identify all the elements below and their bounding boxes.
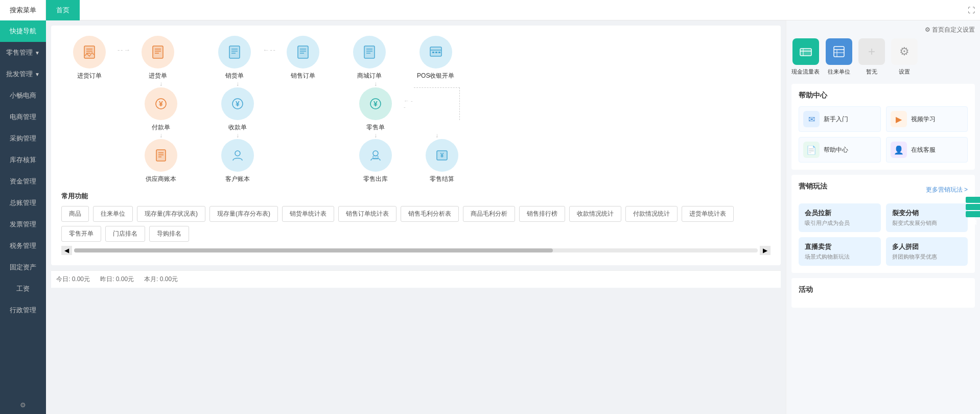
func-btn-payment-stat[interactable]: 付款情况统计 [625, 206, 678, 222]
node-supplier-account[interactable] [145, 139, 177, 172]
svg-rect-52 [834, 47, 844, 57]
quick-icon-partner[interactable]: 往来单位 [826, 38, 852, 76]
common-functions-title: 常用功能 [61, 192, 771, 201]
marketing-item-group[interactable]: 多人拼团 拼团购物享受优惠 [886, 237, 968, 266]
sidebar-item-ecom-small[interactable]: 小畅电商 [0, 85, 46, 106]
node-purchase-bill[interactable] [142, 36, 174, 68]
sidebar-item-quick-nav[interactable]: 快捷导航 [0, 20, 46, 42]
func-btn-stock-status[interactable]: 现存量(库存状况表) [137, 206, 205, 222]
beginner-icon: ✉ [803, 111, 820, 127]
quick-icon-empty[interactable]: + 暂无 [858, 38, 885, 76]
svg-rect-48 [800, 49, 811, 56]
side-btn-service[interactable]: 客服热线 [966, 197, 980, 203]
empty-icon-box: + [858, 38, 885, 65]
sidebar-item-retail[interactable]: 零售管理 ▼ [0, 42, 46, 63]
func-btn-sale-profit[interactable]: 销售毛利分析表 [401, 206, 459, 222]
homepage-settings[interactable]: ⚙ 首页自定义设置 [791, 26, 975, 34]
homepage-settings-label: 首页自定义设置 [932, 26, 975, 33]
help-item-service[interactable]: 👤 在线客服 [886, 137, 968, 163]
func-btn-receipt-stat[interactable]: 收款情况统计 [569, 206, 621, 222]
help-item-video[interactable]: ▶ 视频学习 [886, 106, 968, 132]
node-sale-order-label: 销售订单 [291, 72, 315, 80]
node-retail-settle-label: 零售结算 [430, 175, 454, 183]
sidebar-item-ecom[interactable]: 电商管理 [0, 106, 46, 128]
node-pos-label: POS收银开单 [417, 72, 454, 80]
expand-button[interactable]: ⛶ [968, 6, 975, 14]
marketing-item-fission[interactable]: 裂变分销 裂变式发展分销商 [886, 203, 968, 232]
node-retail-bill[interactable]: ¥ [359, 87, 392, 120]
scroll-right-btn[interactable]: ▶ [760, 246, 771, 255]
node-sale-bill[interactable] [218, 36, 251, 68]
sidebar-item-tax[interactable]: 税务管理 [0, 235, 46, 257]
side-btn-desktop[interactable]: 桌面快捷 [966, 211, 980, 217]
node-retail-settle[interactable]: ¥ [426, 139, 458, 172]
func-btn-sale-stat[interactable]: 销货单统计表 [282, 206, 334, 222]
svg-point-42 [235, 151, 240, 156]
sidebar-item-salary[interactable]: 工资 [0, 278, 46, 300]
marketing-title: 营销玩法 [799, 182, 827, 191]
sidebar-item-finance[interactable]: 资金管理 [0, 171, 46, 192]
scroll-track[interactable] [74, 248, 758, 252]
node-payment-label: 付款单 [152, 123, 170, 132]
node-purchase-order-label: 进货订单 [77, 72, 102, 80]
func-btn-stock-dist[interactable]: 现存量(库存分布表) [209, 206, 278, 222]
node-purchase-order[interactable] [73, 36, 106, 68]
node-supplier-account-label: 供应商账本 [146, 175, 176, 183]
sidebar-item-wholesale[interactable]: 批发管理 ▼ [0, 63, 46, 85]
activities-title: 活动 [799, 285, 968, 294]
svg-rect-15 [298, 46, 308, 58]
node-mall-order-label: 商城订单 [357, 72, 382, 80]
marketing-item-live[interactable]: 直播卖货 场景式购物新玩法 [799, 237, 881, 266]
side-btn-community[interactable]: 服务社区 [966, 204, 980, 210]
help-center-title: 帮助中心 [799, 91, 968, 100]
sidebar-item-inventory[interactable]: 库存核算 [0, 149, 46, 171]
service-label: 在线客服 [911, 146, 936, 154]
sidebar: 快捷导航 零售管理 ▼ 批发管理 ▼ 小畅电商 电商管理 采购管理 库存核算 资… [0, 20, 46, 414]
func-btn-sale-order-stat[interactable]: 销售订单统计表 [338, 206, 396, 222]
node-retail-out[interactable] [359, 139, 392, 172]
node-payment[interactable]: ¥ [145, 87, 177, 120]
node-purchase-bill-label: 进货单 [149, 72, 167, 80]
settings-icon-box: ⚙ [891, 38, 918, 65]
sidebar-item-general-ledger[interactable]: 总账管理 [0, 192, 46, 214]
svg-rect-5 [153, 46, 163, 58]
func-btn-purchase-stat[interactable]: 进货单统计表 [682, 206, 734, 222]
func-btn-retail-order[interactable]: 零售开单 [61, 226, 101, 242]
func-btn-store-rank[interactable]: 门店排名 [105, 226, 145, 242]
homepage-settings-icon: ⚙ [925, 26, 930, 33]
sidebar-item-invoice[interactable]: 发票管理 [0, 214, 46, 235]
more-marketing-link[interactable]: 更多营销玩法 > [926, 186, 968, 194]
sidebar-item-admin[interactable]: 行政管理 [0, 300, 46, 321]
scroll-left-btn[interactable]: ◀ [61, 246, 72, 255]
search-menu[interactable]: 搜索菜单 [0, 0, 46, 20]
node-receipt[interactable]: ¥ [221, 87, 254, 120]
settings-icon-label: 设置 [899, 68, 910, 76]
video-label: 视频学习 [911, 115, 936, 124]
marketing-item-member[interactable]: 会员拉新 吸引用户成为会员 [799, 203, 881, 232]
node-retail-bill-label: 零售单 [366, 123, 385, 132]
empty-label: 暂无 [866, 68, 877, 76]
quick-icon-cashflow[interactable]: 现金流量表 [791, 38, 820, 76]
tab-home[interactable]: 首页 [46, 0, 80, 20]
node-pos[interactable] [419, 36, 452, 68]
func-btn-guide-rank[interactable]: 导购排名 [149, 226, 189, 242]
live-desc: 场景式购物新玩法 [805, 253, 875, 261]
sidebar-settings[interactable]: ⚙ [0, 396, 46, 414]
node-mall-order[interactable] [353, 36, 386, 68]
sidebar-item-purchase[interactable]: 采购管理 [0, 128, 46, 149]
help-item-help[interactable]: 📄 帮助中心 [799, 137, 881, 163]
node-receipt-label: 收款单 [228, 123, 247, 132]
help-item-beginner[interactable]: ✉ 新手入门 [799, 106, 881, 132]
svg-text:¥: ¥ [236, 100, 240, 108]
help-center-card: 帮助中心 ✉ 新手入门 ▶ 视频学习 📄 帮助中心 👤 [791, 84, 975, 170]
func-btn-partner[interactable]: 往来单位 [93, 206, 133, 222]
func-btn-sale-rank[interactable]: 销售排行榜 [519, 206, 565, 222]
quick-icon-settings[interactable]: ⚙ 设置 [891, 38, 918, 76]
help-doc-icon: 📄 [803, 142, 820, 158]
sidebar-item-assets[interactable]: 固定资产 [0, 257, 46, 278]
node-customer-account[interactable] [221, 139, 254, 172]
stat-yesterday: 昨日: 0.00元 [100, 275, 134, 284]
func-btn-goods[interactable]: 商品 [61, 206, 89, 222]
node-sale-order[interactable] [287, 36, 319, 68]
func-btn-goods-profit[interactable]: 商品毛利分析 [463, 206, 515, 222]
